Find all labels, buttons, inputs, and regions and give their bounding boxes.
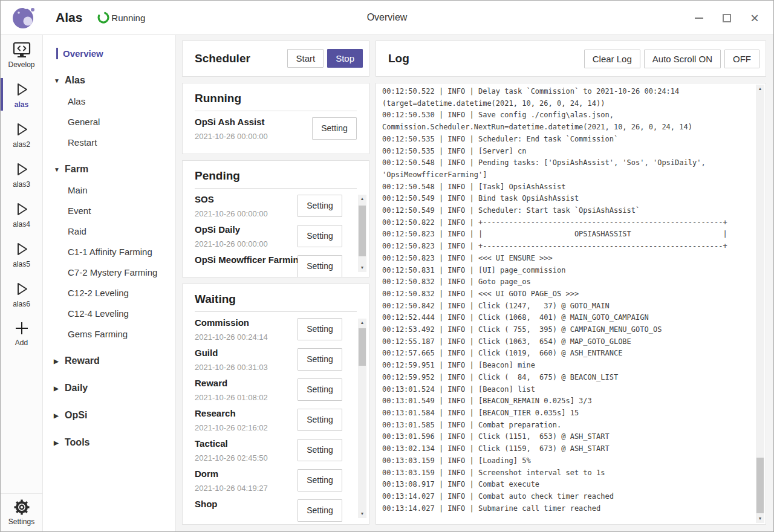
play-icon [13,161,30,178]
scroll-up-icon[interactable]: ▲ [358,195,366,203]
task-name: Shop [195,499,307,510]
nav-item-restart[interactable]: Restart [43,137,175,148]
nav-group-header-tools[interactable]: ▶ Tools [43,437,175,448]
setting-button[interactable]: Setting [298,499,342,522]
sidebar-item-alas2[interactable]: alas2 [1,114,43,154]
sidebar-item-label: alas5 [13,260,30,268]
setting-button[interactable]: Setting [298,409,342,431]
app-title: Alas [56,10,82,25]
task-name: Commission [195,317,307,328]
nav-item-raid[interactable]: Raid [43,226,175,236]
nav-group-header-opsi[interactable]: ▶ OpSi [43,410,175,421]
clear-log-button[interactable]: Clear Log [584,50,640,68]
chevron-right-icon: ▶ [54,412,65,419]
nav-group-label: OpSi [65,410,87,421]
scrollbar-thumb[interactable] [756,458,764,513]
task-name: Tactical [195,438,307,449]
waiting-scrollbar[interactable]: ▲ ▼ [358,319,366,518]
setting-button[interactable]: Setting [312,117,357,140]
nav-group-header-farm[interactable]: ▼ Farm [43,164,175,175]
pending-list: SOS 2021-10-26 00:00:00 Setting OpSi Dai… [195,189,357,277]
log-header-card: Log Clear Log Auto Scroll ON OFF [376,41,766,77]
nav-item-main[interactable]: Main [43,185,175,195]
nav-item-c7-2-mystery-farming[interactable]: C7-2 Mystery Farming [43,267,175,277]
scheduler-title: Scheduler [195,52,287,65]
nav-group-label: Farm [65,164,88,175]
pending-scrollbar[interactable]: ▲ ▼ [358,195,366,272]
minimize-icon [695,18,703,19]
sidebar-item-develop[interactable]: Develop [1,35,43,74]
nav-menu: Overview ▼ Alas Alas General Restart ▼ F… [43,35,176,532]
sidebar-item-alas5[interactable]: alas5 [1,234,43,274]
add-instance-button[interactable]: Add [1,314,43,352]
start-button[interactable]: Start [287,49,324,68]
main-content: Scheduler Start Stop Running OpSi Ash As… [176,35,773,532]
task-name: Guild [195,348,307,358]
nav-item-c12-4-leveling[interactable]: C12-4 Leveling [43,308,175,319]
status-text: Running [111,13,145,23]
alas-logo-icon [11,5,36,30]
nav-item-alas[interactable]: Alas [43,96,175,106]
nav-group-label: Reward [65,355,100,366]
play-icon [13,201,30,218]
autoscroll-off-button[interactable]: OFF [724,50,759,68]
task-row: Tactical 2021-10-26 02:45:50 Setting [195,435,357,465]
task-row: Research 2021-10-26 02:16:02 Setting [195,405,357,435]
task-name: SOS [195,194,307,205]
chevron-down-icon: ▼ [54,77,65,84]
nav-group-header-reward[interactable]: ▶ Reward [43,355,175,366]
sidebar-item-alas[interactable]: alas [1,74,43,114]
autoscroll-on-button[interactable]: Auto Scroll ON [644,50,721,68]
nav-group-label: Daily [65,383,88,394]
setting-button[interactable]: Setting [298,378,342,401]
sidebar-item-alas6[interactable]: alas6 [1,274,43,314]
window-controls: × [685,1,769,35]
maximize-icon [723,14,731,22]
setting-button[interactable]: Setting [298,255,342,277]
scroll-down-icon[interactable]: ▼ [358,264,366,272]
play-icon [13,81,30,98]
play-icon [13,241,30,258]
close-button[interactable]: × [741,1,769,35]
setting-button[interactable]: Setting [298,225,342,247]
scroll-up-icon[interactable]: ▲ [756,85,764,93]
nav-group-label: Tools [65,437,89,448]
nav-item-general[interactable]: General [43,117,175,127]
sidebar-item-label: alas3 [13,180,30,189]
nav-item-c12-2-leveling[interactable]: C12-2 Leveling [43,288,175,298]
log-column: Log Clear Log Auto Scroll ON OFF 00:12:5… [376,41,766,525]
setting-button[interactable]: Setting [298,439,342,461]
setting-button[interactable]: Setting [298,318,342,340]
nav-item-gems-farming[interactable]: Gems Farming [43,329,175,339]
setting-button[interactable]: Setting [298,195,342,217]
scrollbar-thumb[interactable] [359,206,366,256]
chevron-right-icon: ▶ [54,385,65,392]
nav-item-overview[interactable]: Overview [43,48,175,59]
setting-button[interactable]: Setting [298,469,342,491]
sidebar-item-label: alas4 [13,220,30,229]
running-list: OpSi Ash Assist 2021-10-26 00:00:00 Sett… [195,111,357,144]
minimize-button[interactable] [685,1,713,35]
task-row: OpSi Ash Assist 2021-10-26 00:00:00 Sett… [195,114,357,144]
nav-group-header-alas[interactable]: ▼ Alas [43,75,175,86]
nav-item-event[interactable]: Event [43,206,175,216]
stop-button[interactable]: Stop [327,49,363,68]
sidebar-item-label: Settings [8,517,34,526]
scroll-up-icon[interactable]: ▲ [358,319,366,327]
log-output[interactable]: 00:12:50.522 | INFO | Delay task `Commis… [382,86,752,523]
sidebar-item-alas3[interactable]: alas3 [1,154,43,194]
play-icon [13,121,30,138]
nav-group-header-daily[interactable]: ▶ Daily [43,383,175,394]
scroll-down-icon[interactable]: ▼ [358,510,366,518]
task-row: Reward 2021-10-26 01:08:02 Setting [195,375,357,405]
task-row: Shop Setting [195,496,357,525]
sidebar-item-alas4[interactable]: alas4 [1,194,43,234]
nav-item-c1-1-affinity-farming[interactable]: C1-1 Affinity Farming [43,247,175,257]
scroll-down-icon[interactable]: ▼ [756,514,764,523]
setting-button[interactable]: Setting [298,348,342,371]
scrollbar-thumb[interactable] [359,328,366,366]
maximize-button[interactable] [713,1,741,35]
sidebar-item-settings[interactable]: Settings [1,493,42,532]
log-scrollbar[interactable]: ▲ ▼ [756,85,764,523]
task-row: SOS 2021-10-26 00:00:00 Setting [195,191,357,221]
